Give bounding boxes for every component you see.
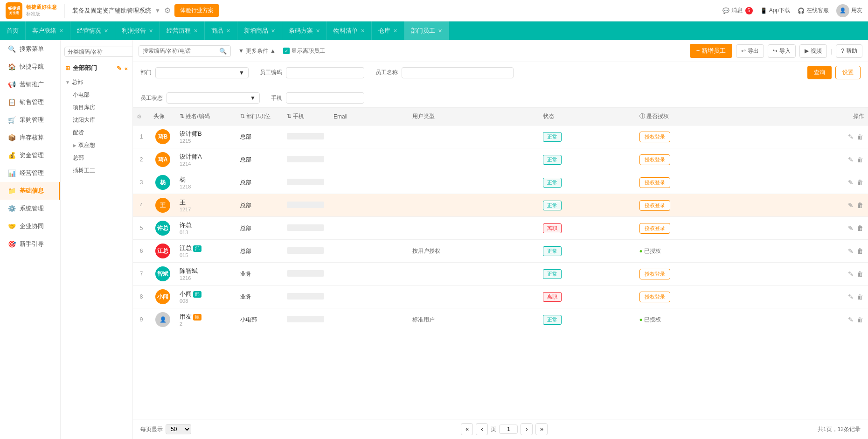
search-input[interactable] — [143, 48, 217, 54]
tab-profit[interactable]: 利润报告 ✕ — [115, 21, 160, 40]
edit-dept-icon[interactable]: ✎ — [117, 65, 122, 72]
set-btn[interactable]: 设置 — [835, 66, 861, 79]
sidebar-item-purchase[interactable]: 🛒 采购管理 — [0, 111, 60, 129]
tab-close-icon[interactable]: ✕ — [393, 28, 397, 34]
edit-btn[interactable]: ✎ — [847, 178, 854, 187]
sidebar-item-management[interactable]: 📊 经营管理 — [0, 164, 60, 182]
export-btn[interactable]: ↩ 导出 — [736, 44, 764, 58]
tab-close-icon[interactable]: ✕ — [194, 28, 198, 34]
auth-login-btn[interactable]: 授权登录 — [639, 269, 670, 279]
auth-login-btn[interactable]: 授权登录 — [639, 177, 670, 188]
delete-btn[interactable]: 🗑 — [856, 292, 864, 301]
tab-dept-employee[interactable]: 部门员工 ✕ — [404, 21, 449, 40]
delete-btn[interactable]: 🗑 — [856, 178, 864, 187]
tab-customer[interactable]: 客户联络 ✕ — [26, 21, 70, 40]
all-dept-label[interactable]: 全部部门 — [73, 64, 97, 72]
tab-operation[interactable]: 经营情况 ✕ — [70, 21, 115, 40]
first-page-btn[interactable]: « — [461, 423, 473, 435]
show-resigned-toggle[interactable]: ✓ 显示离职员工 — [283, 47, 325, 55]
query-btn[interactable]: 查询 — [807, 66, 832, 79]
app-download-btn[interactable]: 📱 App下载 — [760, 7, 790, 14]
tab-close-icon[interactable]: ✕ — [438, 28, 442, 34]
collapse-icon[interactable]: « — [125, 65, 128, 72]
tab-close-icon[interactable]: ✕ — [149, 28, 153, 34]
tab-barcode[interactable]: 条码方案 ✕ — [282, 21, 327, 40]
dept-node-shenyang[interactable]: 沈阳大库 — [61, 114, 132, 126]
trial-button[interactable]: 体验行业方案 — [174, 4, 219, 17]
dept-search-input[interactable] — [64, 47, 133, 57]
sidebar-item-sales[interactable]: 📋 销售管理 — [0, 93, 60, 111]
edit-btn[interactable]: ✎ — [847, 269, 854, 279]
delete-btn[interactable]: 🗑 — [856, 246, 864, 256]
tab-warehouse[interactable]: 仓库 ✕ — [372, 21, 404, 40]
online-service-btn[interactable]: 🎧 在线客服 — [798, 7, 829, 14]
msg-btn[interactable]: 💬 消息 5 — [722, 7, 753, 14]
auth-login-btn[interactable]: 授权登录 — [639, 200, 670, 211]
auth-login-btn[interactable]: 授权登录 — [639, 223, 670, 234]
user-area[interactable]: 👤 用友 — [836, 4, 862, 17]
tab-goods[interactable]: 商品 ✕ — [205, 21, 237, 40]
filter-status-select[interactable]: ▼ — [167, 92, 260, 104]
sidebar-item-basic-info[interactable]: 📁 基础信息 — [0, 182, 60, 200]
page-input[interactable] — [499, 425, 518, 434]
tab-home[interactable]: 首页 — [0, 21, 26, 40]
dept-node-xiaodianbu[interactable]: 小电部 — [61, 89, 132, 101]
tab-close-icon[interactable]: ✕ — [59, 28, 63, 34]
settings-icon[interactable]: ⚙ — [164, 6, 171, 15]
tab-add-goods[interactable]: 新增商品 ✕ — [237, 21, 282, 40]
settings-gear-icon[interactable]: ⚙ — [137, 113, 142, 120]
import-btn[interactable]: ↪ 导入 — [768, 44, 796, 58]
tab-close-icon[interactable]: ✕ — [271, 28, 275, 34]
view-btn[interactable]: ▶ 视频 — [799, 44, 827, 58]
auth-login-btn[interactable]: 授权登录 — [639, 132, 670, 142]
add-employee-btn[interactable]: + 新增员工 — [690, 44, 732, 58]
sidebar-item-finance[interactable]: 💰 资金管理 — [0, 146, 60, 164]
edit-btn[interactable]: ✎ — [847, 292, 854, 301]
filter-phone-input[interactable] — [286, 92, 364, 104]
dept-node-shuangzuoxiang[interactable]: ▶ 双座想 — [61, 139, 132, 152]
sidebar-item-shortcut[interactable]: 🏠 快捷导航 — [0, 58, 60, 76]
last-page-btn[interactable]: » — [535, 423, 548, 435]
edit-btn[interactable]: ✎ — [847, 246, 854, 256]
edit-btn[interactable]: ✎ — [847, 132, 854, 141]
sidebar-item-search[interactable]: 🔍 搜索菜单 — [0, 40, 60, 58]
sidebar-item-guide[interactable]: 🎯 新手引导 — [0, 235, 60, 253]
dept-node-zongbu[interactable]: ▼ 总部 — [61, 76, 132, 89]
dept-node-peihuo[interactable]: 配货 — [61, 126, 132, 139]
delete-btn[interactable]: 🗑 — [856, 269, 864, 279]
tab-close-icon[interactable]: ✕ — [361, 28, 365, 34]
delete-btn[interactable]: 🗑 — [856, 132, 864, 141]
edit-btn[interactable]: ✎ — [847, 315, 854, 324]
edit-btn[interactable]: ✎ — [847, 155, 854, 164]
tab-close-icon[interactable]: ✕ — [104, 28, 108, 34]
delete-btn[interactable]: 🗑 — [856, 155, 864, 164]
tab-history[interactable]: 经营历程 ✕ — [160, 21, 205, 40]
search-submit-icon[interactable]: 🔍 — [219, 48, 227, 55]
system-dropdown-icon[interactable]: ▼ — [155, 7, 160, 14]
delete-btn[interactable]: 🗑 — [856, 201, 864, 210]
tab-bom[interactable]: 物料清单 ✕ — [327, 21, 372, 40]
filter-dept-select[interactable]: ▼ — [155, 67, 249, 78]
sidebar-item-inventory[interactable]: 📦 库存核算 — [0, 129, 60, 146]
auth-login-btn[interactable]: 授权登录 — [639, 154, 670, 165]
dept-node-chashuwang[interactable]: 插树王三 — [61, 164, 132, 177]
next-page-btn[interactable]: › — [521, 423, 533, 435]
tab-close-icon[interactable]: ✕ — [226, 28, 230, 34]
page-size-select[interactable]: 50 100 — [166, 424, 191, 434]
sidebar-item-marketing[interactable]: 📢 营销推广 — [0, 76, 60, 93]
tab-close-icon[interactable]: ✕ — [316, 28, 320, 34]
sidebar-item-system[interactable]: ⚙️ 系统管理 — [0, 200, 60, 217]
edit-btn[interactable]: ✎ — [847, 201, 854, 210]
filter-empcode-input[interactable] — [286, 67, 364, 78]
prev-page-btn[interactable]: ‹ — [476, 423, 488, 435]
help-btn[interactable]: ? 帮助 — [836, 44, 862, 58]
edit-btn[interactable]: ✎ — [847, 223, 854, 233]
delete-btn[interactable]: 🗑 — [856, 223, 864, 233]
sidebar-item-collab[interactable]: 🤝 企业协同 — [0, 217, 60, 235]
auth-login-btn[interactable]: 授权登录 — [639, 292, 670, 302]
dept-node-xiangmu[interactable]: 项目库房 — [61, 101, 132, 114]
dept-node-zongbu2[interactable]: 总部 — [61, 152, 132, 164]
delete-btn[interactable]: 🗑 — [856, 315, 864, 324]
more-filter-btn[interactable]: ▼ 更多条件 ▲ — [235, 45, 279, 57]
filter-empname-input[interactable] — [402, 67, 514, 78]
